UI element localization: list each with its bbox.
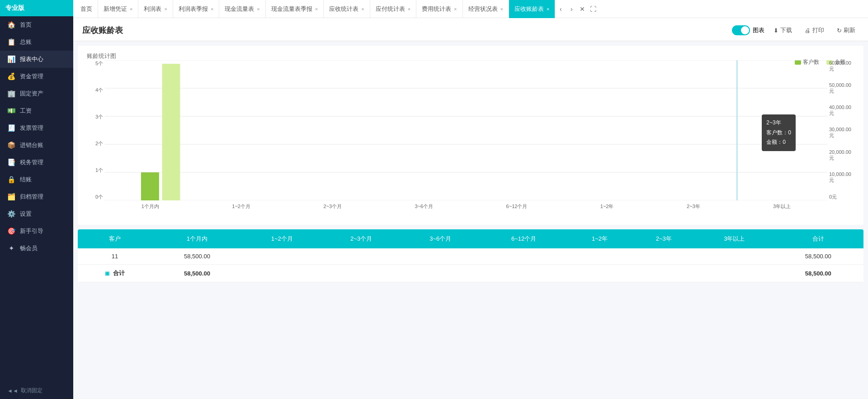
page-header: 应收账龄表 图表 ⬇ 下载 🖨 打印 ↻ 刷新 [73,18,868,41]
chart-svg [105,60,827,200]
table-header-row: 客户 1个月内 1~2个月 2~3个月 3~6个月 6~12个月 1~2年 2~… [78,229,863,248]
refresh-label: 刷新 [844,26,855,34]
tab-nav-prev[interactable]: ‹ [555,0,566,18]
tab-receivable-stats[interactable]: 应收统计表 × [324,0,370,18]
sidebar-item-closing[interactable]: 🔒 结账 [0,171,73,188]
y-axis-left: 5个 4个 3个 2个 1个 0个 [87,60,105,200]
tab-receivable-stats-close[interactable]: × [361,6,364,12]
sidebar-item-funds[interactable]: 💰 资金管理 [0,68,73,85]
cell-month12 [242,248,321,265]
toggle-track[interactable] [732,25,750,35]
col-month12: 1~2个月 [242,229,321,248]
tab-operations-close[interactable]: × [500,6,503,12]
payroll-icon: 💵 [7,107,15,115]
chart-area: 账龄统计图 客户数 金额 5个 4个 3个 [78,46,863,225]
tab-profit-quarterly-close[interactable]: × [211,6,213,12]
reports-icon: 📊 [7,55,15,63]
table-total-row: ▣ 合计 58,500.00 58,500.00 [78,265,863,282]
tab-cashflow-quarterly[interactable]: 现金流量表季报 × [266,0,324,18]
tab-cashflow-quarterly-close[interactable]: × [315,6,318,12]
tab-cashflow-close[interactable]: × [257,6,259,12]
cell-total-month12 [242,265,321,282]
x-label-0: 1个月内 [142,203,159,210]
total-text: 合计 [113,270,125,276]
toggle-thumb [741,26,749,34]
tab-profit-quarterly-label: 利润表季报 [179,5,208,13]
chart-toggle[interactable]: 图表 [732,25,764,35]
refresh-button[interactable]: ↻ 刷新 [833,24,859,36]
cell-total-month23 [321,265,401,282]
cell-total-month1: 58,500.00 [152,265,242,282]
tab-receivable-stats-label: 应收统计表 [329,5,359,13]
sidebar-unpin-button[interactable]: ◄◄ 取消固定 [0,382,73,399]
app-logo: 专业版 [0,0,73,16]
sidebar-item-label: 报表中心 [20,55,43,63]
sidebar-item-assets[interactable]: 🏢 固定资产 [0,85,73,102]
print-button[interactable]: 🖨 打印 [801,24,828,36]
cell-total-sum: 58,500.00 [773,265,863,282]
tab-operations[interactable]: 经营状况表 × [463,0,509,18]
tab-home-label: 首页 [80,5,92,13]
tab-operations-label: 经营状况表 [468,5,498,13]
tab-aging-close[interactable]: × [547,6,549,12]
sidebar-item-payroll[interactable]: 💵 工资 [0,102,73,119]
sidebar-item-label: 设置 [20,210,32,218]
tab-aging[interactable]: 应收账龄表 × [509,0,555,18]
tab-cashflow[interactable]: 现金流量表 × [219,0,265,18]
cell-customer: 11 [78,248,152,265]
cell-total-year23 [632,265,696,282]
tab-payable-stats-close[interactable]: × [408,6,410,12]
col-year23: 2~3年 [632,229,696,248]
x-label-4: 6~12个月 [506,203,528,210]
home-icon: 🏠 [7,21,15,29]
sidebar: 专业版 🏠 首页 📋 总账 📊 报表中心 💰 资金管理 🏢 固定资产 💵 工资 … [0,0,73,399]
sidebar-item-sales[interactable]: 📦 进销台账 [0,137,73,154]
cell-month612 [480,248,568,265]
tab-payable-stats[interactable]: 应付统计表 × [370,0,416,18]
tab-profit-quarterly[interactable]: 利润表季报 × [173,0,219,18]
page-title: 应收账龄表 [82,25,123,36]
tab-close-all[interactable]: ✕ [577,0,588,18]
settings-icon: ⚙️ [7,210,15,218]
page-content: 应收账龄表 图表 ⬇ 下载 🖨 打印 ↻ 刷新 [73,18,868,399]
sales-icon: 📦 [7,141,15,149]
unpin-label: 取消固定 [21,387,42,394]
tab-profit[interactable]: 利润表 × [138,0,173,18]
chart-container: 5个 4个 3个 2个 1个 0个 [87,60,854,218]
tab-nav-next[interactable]: › [566,0,577,18]
sidebar-item-invoices[interactable]: 🧾 发票管理 [0,119,73,137]
guide-icon: 🎯 [7,227,15,235]
y-right-40k: 40,000.00元 [829,104,854,117]
ledger-icon: 📋 [7,38,15,46]
tab-home[interactable]: 首页 [75,0,98,18]
sidebar-item-guide[interactable]: 🎯 新手引导 [0,223,73,240]
print-label: 打印 [812,26,824,34]
tab-expense-stats-close[interactable]: × [454,6,457,12]
tab-voucher[interactable]: 新增凭证 × [98,0,138,18]
tooltip-amount: 金额：0 [766,138,791,147]
closing-icon: 🔒 [7,176,15,184]
y-left-5: 5个 [95,60,103,67]
col-customer: 客户 [78,229,152,248]
cell-total-month612 [480,265,568,282]
tab-maximize[interactable]: ⛶ [588,0,599,18]
tab-voucher-close[interactable]: × [130,6,132,12]
sidebar-item-ledger[interactable]: 📋 总账 [0,33,73,51]
page-actions: 图表 ⬇ 下载 🖨 打印 ↻ 刷新 [732,24,859,36]
download-button[interactable]: ⬇ 下载 [770,24,796,36]
x-label-7: 3年以上 [773,203,791,210]
y-axis-right: 60,000.00元 50,000.00元 40,000.00元 30,000.… [827,60,854,200]
sidebar-item-archive[interactable]: 🗂️ 归档管理 [0,188,73,205]
sidebar-item-reports[interactable]: 📊 报表中心 [0,51,73,68]
x-label-3: 3~6个月 [415,203,434,210]
sidebar-item-home[interactable]: 🏠 首页 [0,16,73,33]
tab-expense-stats[interactable]: 费用统计表 × [416,0,462,18]
sidebar-item-vip[interactable]: ✦ 畅会员 [0,240,73,257]
y-left-2: 2个 [95,140,103,147]
sidebar-item-label: 进销台账 [20,141,43,149]
sidebar-item-settings[interactable]: ⚙️ 设置 [0,205,73,223]
sidebar-item-tax[interactable]: 📑 税务管理 [0,154,73,171]
y-right-20k: 20,000.00元 [829,149,854,162]
tab-profit-close[interactable]: × [164,6,167,12]
tooltip-category: 2~3年 [766,118,791,128]
